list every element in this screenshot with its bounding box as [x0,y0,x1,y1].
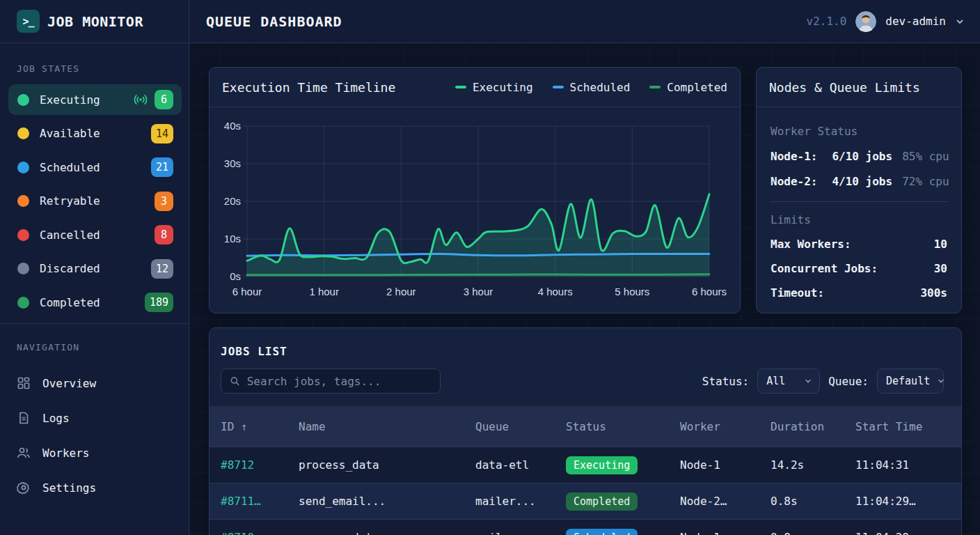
limit-label: Timeout: [770,286,824,300]
column-header-start-time[interactable]: Start Time [855,420,961,433]
svg-text:2 hour: 2 hour [386,286,416,297]
timeline-card: Execution Time Timeline ExecutingSchedul… [209,67,741,313]
svg-text:3 hour: 3 hour [464,286,493,297]
job-name: send_email... [299,495,475,508]
main-content: Execution Time Timeline ExecutingSchedul… [189,43,980,535]
status-filter-value: All [766,375,785,387]
svg-text:20s: 20s [224,195,241,207]
status-badge: Executing [566,456,638,474]
sidebar-item-settings[interactable]: Settings [7,472,182,504]
job-id[interactable]: #8712 [221,458,299,472]
queue-filter-value: Default [886,375,930,387]
state-dot-icon [17,263,29,274]
node-jobs: 6/10 jobs [832,150,892,163]
sidebar-state-item[interactable]: Scheduled 21 [8,152,182,183]
job-id[interactable]: #8710 [221,531,299,535]
jobs-table-header: ID ↑ Name Queue Status Worker Duration S… [210,406,961,447]
column-header-id[interactable]: ID ↑ [221,420,299,433]
grid-icon [17,376,31,390]
nav-item-label: Overview [42,377,96,390]
state-label: Available [40,127,151,140]
live-broadcast-icon [133,94,148,105]
limits-label: Limits [770,213,947,226]
state-label: Executing [40,93,133,107]
sidebar-state-item[interactable]: Retryable 3 [8,186,182,217]
state-dot-icon [17,94,29,106]
nav-item-label: Logs [42,412,70,425]
sidebar-state-item[interactable]: Discarded 12 [8,254,182,284]
column-header-queue[interactable]: Queue [475,420,566,433]
queue-filter-select[interactable]: Default [877,369,944,394]
nodes-list: Node-1:6/10 jobs85% cpuNode-2:4/10 jobs7… [770,150,947,188]
job-states-label: JOB STATES [0,63,189,74]
sidebar-item-workers[interactable]: Workers [7,437,182,469]
version-label: v2.1.0 [807,15,847,28]
job-worker: Node-2… [680,495,770,508]
svg-text:6 hour: 6 hour [232,286,262,297]
legend-item-scheduled[interactable]: Scheduled [553,81,631,94]
limits-card: Nodes & Queue Limits Worker Status Node-… [756,67,962,313]
file-icon [17,411,31,425]
column-header-name[interactable]: Name [299,420,475,433]
node-cpu: 72% cpu [902,175,949,188]
nav-item-label: Workers [42,447,89,460]
gear-icon [17,481,31,495]
legend-item-executing[interactable]: Executing [455,81,533,94]
queue-filter-label: Queue: [828,375,869,388]
job-id[interactable]: #8711… [221,495,299,508]
job-start-time: 11:04:31 [855,458,961,472]
status-filter-label: Status: [702,375,749,388]
limits-divider [770,201,947,202]
limit-row: Timeout:300s [770,286,947,300]
state-dot-icon [17,195,29,207]
table-row[interactable]: #8711… send_email... mailer... Completed… [210,483,961,519]
sidebar-state-item[interactable]: Executing 6 [8,84,182,115]
column-header-worker[interactable]: Worker [680,420,770,433]
column-header-status[interactable]: Status [566,420,680,433]
navigation-label: NAVIGATION [0,342,189,352]
legend-item-completed[interactable]: Completed [649,81,727,94]
search-input[interactable] [247,375,432,388]
sidebar-item-overview[interactable]: Overview [7,367,182,399]
state-dot-icon [17,229,29,241]
table-row[interactable]: #8712 process_data data-etl Executing No… [210,447,961,483]
state-count-badge: 3 [155,192,173,211]
state-count-badge: 14 [151,124,173,144]
limit-label: Max Workers: [770,238,851,251]
limit-row: Concurrent Jobs:30 [770,262,947,275]
legend-label: Scheduled [570,81,631,94]
job-duration: 0.8s [770,495,855,508]
table-row[interactable]: #8710 process_data mailer Scheduled Node… [210,519,961,535]
page-title: QUEUE DASHBOARD [206,13,342,30]
job-worker: Node-1 [680,458,770,472]
column-header-duration[interactable]: Duration [770,420,855,433]
legend-label: Executing [473,81,533,94]
job-name: process_data [299,458,475,472]
chevron-down-icon[interactable] [955,17,965,26]
limit-value: 10 [934,238,947,251]
status-badge: Completed [566,493,638,511]
job-states-list: Executing 6 Available 14 Scheduled 21 [0,84,189,318]
job-queue: mailer [475,531,566,535]
svg-text:1 hour: 1 hour [309,286,339,297]
search-box [221,369,441,394]
sidebar-item-logs[interactable]: Logs [7,402,182,434]
svg-text:30s: 30s [224,157,241,169]
limit-value: 30 [934,262,947,275]
avatar[interactable] [855,11,876,32]
app-title: JOB MONITOR [47,13,143,30]
jobs-table-body: #8712 process_data data-etl Executing No… [210,447,961,535]
sidebar-divider [0,323,189,324]
job-duration: 0.8s [770,531,855,535]
status-filter-select[interactable]: All [757,369,820,394]
chart-legend: ExecutingScheduledCompleted [455,81,727,94]
sidebar-state-item[interactable]: Available 14 [8,118,182,149]
job-duration: 14.2s [770,458,855,472]
node-status-row: Node-1:6/10 jobs85% cpu [770,150,947,163]
state-dot-icon [17,162,29,173]
sidebar-state-item[interactable]: Cancelled 8 [8,219,182,250]
sidebar-state-item[interactable]: Completed 189 [8,287,182,318]
state-count-badge: 12 [151,259,173,279]
svg-text:6 hours: 6 hours [692,286,727,297]
job-queue: mailer... [475,495,566,508]
